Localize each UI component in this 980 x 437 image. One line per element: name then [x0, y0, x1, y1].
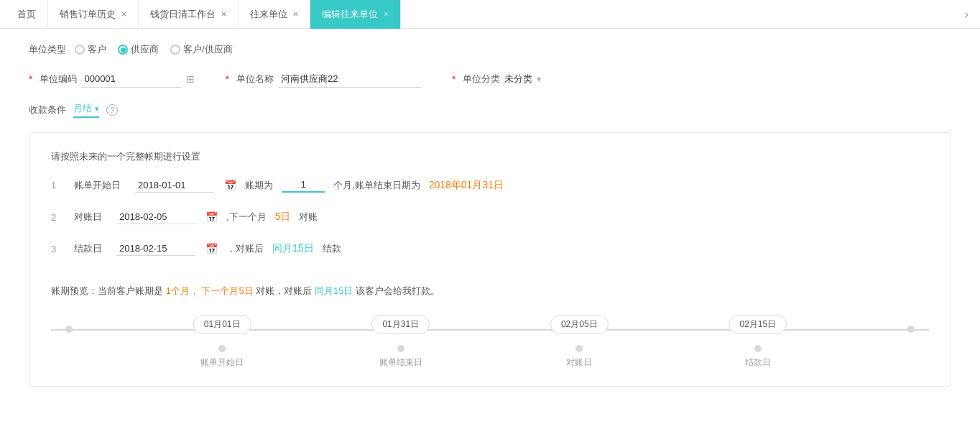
unit-code-star: * — [29, 73, 32, 85]
preview-text: 账期预览：当前客户账期是 1个月， 下一个月5日 对账，对账后 同月15日 该客… — [51, 285, 929, 298]
copy-icon[interactable]: ⊞ — [186, 73, 195, 85]
tab-cash-work-station-label: 钱货日清工作台 — [150, 8, 216, 21]
radio-customer-label: 客户 — [88, 43, 106, 56]
reconcile-day-highlight: 5日 — [275, 211, 291, 224]
radio-supplier-label: 供应商 — [131, 43, 159, 56]
reconcile-date-calendar-icon[interactable]: 📅 — [205, 211, 218, 223]
payment-condition-row: 收款条件 月结 ▾ ? — [29, 102, 951, 118]
reconcile-suffix: 对账 — [299, 211, 318, 224]
payment-date-row: 3 结款日 📅 ，对账后 同月15日 结款 — [51, 242, 929, 256]
unit-type-row: 单位类型 客户 供应商 客户/供应商 — [29, 43, 951, 56]
start-date-calendar-icon[interactable]: 📅 — [224, 180, 236, 191]
timeline-label-4: 结款日 — [745, 356, 771, 369]
payment-day-highlight: 同月15日 — [272, 242, 314, 255]
tab-home[interactable]: 首页 — [6, 0, 48, 29]
radio-customer-circle — [75, 45, 85, 55]
unit-category-star: * — [452, 73, 456, 85]
radio-supplier-circle — [118, 45, 128, 55]
unit-info-row: * 单位编码 ⊞ * 单位名称 * 单位分类 未分类 ▾ — [29, 70, 951, 88]
period-label: 账期为 — [245, 179, 273, 192]
unit-name-input[interactable] — [278, 70, 422, 88]
preview-reconcile: 下一个月5日 — [201, 285, 253, 296]
timeline-bubble-2: 01月31日 — [371, 315, 430, 334]
timeline-dot-1 — [218, 345, 226, 352]
main-content: 单位类型 客户 供应商 客户/供应商 * 单位编码 ⊞ * 单位名称 — [0, 29, 980, 437]
timeline-label-2: 账单结束日 — [379, 356, 422, 369]
payment-date-input[interactable] — [116, 242, 195, 256]
payment-condition-dropdown-arrow: ▾ — [95, 104, 99, 114]
unit-code-label: 单位编码 — [40, 73, 77, 86]
unit-category-arrow: ▾ — [537, 74, 541, 84]
timeline-point-1: 01月01日 账单开始日 — [193, 315, 251, 369]
tab-edit-counterpart-unit-label: 编辑往来单位 — [322, 8, 378, 21]
unit-type-radio-group: 客户 供应商 客户/供应商 — [75, 43, 233, 56]
preview-section: 账期预览：当前客户账期是 1个月， 下一个月5日 对账，对账后 同月15日 该客… — [51, 273, 929, 369]
timeline-start-circle — [65, 326, 73, 333]
start-date-row: 1 账单开始日 📅 账期为 个月,账单结束日期为 2018年01月31日 — [51, 178, 929, 193]
unit-name-label: 单位名称 — [236, 73, 274, 86]
timeline-point-3: 02月05日 对账日 — [550, 315, 609, 369]
unit-category-dropdown[interactable]: 未分类 ▾ — [504, 73, 541, 86]
end-date-highlight: 2018年01月31日 — [429, 179, 504, 192]
radio-both-label: 客户/供应商 — [183, 43, 233, 56]
payment-suffix: 结款 — [323, 242, 341, 255]
reconcile-prefix: ,下一个月 — [226, 211, 267, 224]
timeline-bubble-1: 01月01日 — [193, 315, 251, 334]
payment-condition-select[interactable]: 月结 ▾ — [73, 102, 99, 118]
reconcile-date-row: 2 对账日 📅 ,下一个月 5日 对账 — [51, 210, 929, 224]
timeline-start-dot — [65, 315, 73, 333]
radio-both[interactable]: 客户/供应商 — [170, 43, 233, 56]
unit-type-label: 单位类型 — [29, 43, 66, 56]
tab-cash-work-station-close[interactable]: × — [221, 9, 226, 19]
timeline-label-3: 对账日 — [566, 356, 592, 369]
unit-code-input[interactable] — [81, 70, 182, 88]
tab-sales-order-history-label: 销售订单历史 — [60, 8, 116, 21]
tab-counterpart-unit-label: 往来单位 — [250, 8, 287, 21]
inner-box-title: 请按照未来的一个完整帐期进行设置 — [51, 150, 929, 163]
timeline-point-2: 01月31日 账单结束日 — [371, 315, 430, 369]
radio-customer[interactable]: 客户 — [75, 43, 106, 56]
unit-category-label: 单位分类 — [463, 73, 500, 86]
timeline-end-circle — [907, 326, 915, 333]
row-num-1: 1 — [51, 180, 65, 190]
payment-date-label: 结款日 — [74, 242, 102, 255]
timeline-points: 01月01日 账单开始日 01月31日 账单结束日 02月05日 — [65, 315, 915, 369]
timeline-dot-3 — [575, 345, 583, 352]
unit-code-group: * 单位编码 ⊞ — [29, 70, 195, 88]
tab-counterpart-unit-close[interactable]: × — [293, 9, 298, 19]
tab-cash-work-station[interactable]: 钱货日清工作台 × — [139, 0, 239, 29]
payment-condition-value: 月结 — [73, 102, 92, 115]
tab-sales-order-history[interactable]: 销售订单历史 × — [48, 0, 139, 29]
timeline-bubble-4: 02月15日 — [729, 315, 787, 334]
timeline-point-4: 02月15日 结款日 — [729, 315, 787, 369]
tab-overflow-arrow[interactable]: › — [959, 8, 974, 21]
start-date-label: 账单开始日 — [74, 179, 121, 192]
tab-edit-counterpart-unit-close[interactable]: × — [384, 9, 389, 19]
payment-date-calendar-icon[interactable]: 📅 — [205, 243, 218, 254]
unit-category-group: * 单位分类 未分类 ▾ — [452, 73, 541, 86]
tab-sales-order-history-close[interactable]: × — [121, 9, 126, 19]
tab-counterpart-unit[interactable]: 往来单位 × — [239, 0, 310, 29]
timeline-container: 01月01日 账单开始日 01月31日 账单结束日 02月05日 — [51, 315, 929, 369]
start-date-input[interactable] — [135, 178, 214, 193]
preview-mid: 对账，对账后 — [256, 285, 312, 296]
preview-end: 该客户会给我打款。 — [356, 285, 440, 296]
preview-prefix: 账期预览：当前客户账期是 — [51, 285, 163, 296]
period-value-input[interactable] — [282, 178, 325, 193]
reconcile-date-label: 对账日 — [74, 211, 102, 224]
row-num-2: 2 — [51, 212, 65, 223]
radio-both-circle — [170, 45, 180, 55]
unit-name-star: * — [225, 73, 228, 85]
timeline-end-dot — [907, 315, 915, 333]
payment-prefix: ，对账后 — [226, 242, 264, 255]
tab-bar: 首页 销售订单历史 × 钱货日清工作台 × 往来单位 × 编辑往来单位 × › — [0, 0, 980, 29]
help-icon[interactable]: ? — [106, 104, 118, 116]
timeline-label-1: 账单开始日 — [200, 356, 244, 369]
timeline-bubble-3: 02月05日 — [550, 315, 609, 334]
tab-edit-counterpart-unit[interactable]: 编辑往来单位 × — [310, 0, 401, 29]
timeline-dot-2 — [397, 345, 405, 352]
preview-payment: 同月15日 — [315, 285, 353, 296]
reconcile-date-input[interactable] — [116, 210, 195, 224]
radio-supplier[interactable]: 供应商 — [118, 43, 159, 56]
period-unit-text: 个月,账单结束日期为 — [333, 179, 420, 192]
